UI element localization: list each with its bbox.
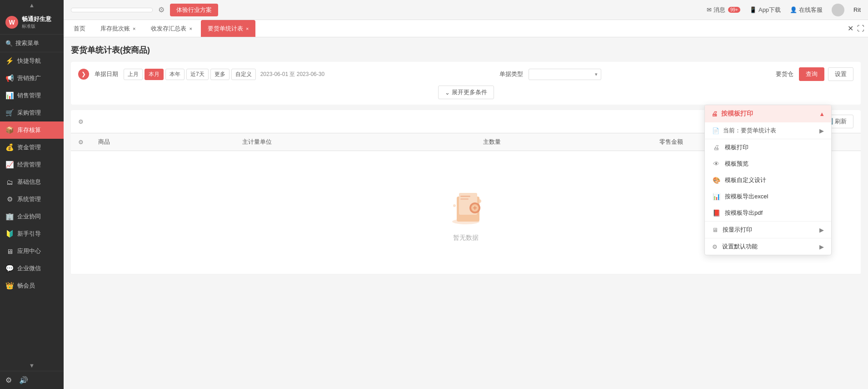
sidebar-bottom: ⚙ 🔊 [0,371,64,389]
app-download-item[interactable]: 📱 App下载 [749,6,781,14]
purchase-icon: 🛒 [5,109,14,117]
pdf-icon: 📕 [712,209,720,217]
tab-close-demand-stats[interactable]: × [246,26,249,31]
audio-icon[interactable]: 🔊 [19,376,28,384]
dropdown-item-design[interactable]: 🎨 模板自定义设计 [705,172,831,188]
date-range: 2023-06-01 至 2023-06-30 [260,71,324,78]
date-btn-this-month[interactable]: 本月 [145,69,164,80]
sidebar-item-basic[interactable]: 🗂 基础信息 [0,173,64,191]
sidebar: ▲ W 畅通好生意 标准版 🔍 搜索菜单 ⚡ 快捷导航 📢 营销推广 📊 销售管… [0,0,64,389]
filter-row-date: ❯ 单据日期 上月 本月 本年 近7天 更多 自定义 2023-06-01 至 … [78,67,853,81]
sidebar-item-newbie[interactable]: 🔰 新手引导 [0,225,64,242]
svg-point-9 [478,199,481,203]
newbie-icon: 🔰 [5,230,14,238]
svg-rect-8 [460,198,469,200]
chevron-right-default: ▶ [819,243,824,250]
sidebar-item-wechat[interactable]: 💬 企业微信 [0,260,64,277]
sidebar-nav: ⚡ 快捷导航 📢 营销推广 📊 销售管理 🛒 采购管理 📦 库存核算 💰 资金管… [0,52,64,360]
chevron-right-icon: ▶ [819,127,824,134]
doc-icon: 📄 [712,127,719,134]
sidebar-item-quick-nav[interactable]: ⚡ 快捷导航 [0,52,64,70]
toolbar-spacer: ⚙ [78,118,84,125]
order-type-select[interactable] [529,69,601,80]
online-service-item[interactable]: 👤 在线客服 [790,6,823,14]
finance-icon: 💰 [5,143,14,152]
dropdown-item-preview[interactable]: 👁 模板预览 [705,156,831,172]
header-search-bar[interactable] [71,8,153,12]
user-name: Rit [853,6,861,13]
message-item[interactable]: ✉ 消息 99+ [707,6,740,14]
order-type-label: 单据类型 [499,70,523,78]
tab-close-inventory-batch[interactable]: × [133,26,135,31]
tab-home[interactable]: 首页 [67,22,92,35]
sidebar-scroll-up[interactable]: ▲ [0,0,64,10]
inventory-icon: 📦 [5,126,14,134]
filter-card: ❯ 单据日期 上月 本月 本年 近7天 更多 自定义 2023-06-01 至 … [71,62,861,105]
dropdown-header[interactable]: 🖨 按模板打印 ▲ [705,105,831,122]
sidebar-item-member[interactable]: 👑 畅会员 [0,277,64,294]
excel-icon: 📊 [712,193,720,200]
chevron-up-icon: ▲ [819,111,825,117]
sidebar-item-system[interactable]: ⚙ 系统管理 [0,191,64,208]
tab-collect-summary[interactable]: 收发存汇总表 × [144,20,199,37]
demand-label: 要货仓 [776,70,793,78]
maximize-button[interactable]: ⛶ [857,25,864,33]
date-btn-more[interactable]: 更多 [210,69,229,80]
svg-rect-7 [460,196,470,197]
sidebar-scroll-down[interactable]: ▼ [0,360,64,371]
sidebar-item-purchase[interactable]: 🛒 采购管理 [0,104,64,121]
sidebar-search[interactable]: 🔍 搜索菜单 [0,35,64,52]
search-icon: 🔍 [5,40,13,47]
settings-icon[interactable]: ⚙ [5,376,12,384]
date-btn-last-month[interactable]: 上月 [124,69,143,80]
expand-icon: ⌄ [445,89,450,96]
query-button[interactable]: 查询 [799,67,824,81]
service-icon: 👤 [790,6,797,13]
system-icon: ⚙ [5,195,14,203]
empty-illustration [443,183,489,228]
header-gear-icon[interactable]: ⚙ [158,5,165,14]
dropdown-section-display-print[interactable]: 🖥 按显示打印 ▶ [705,221,831,238]
sidebar-item-finance[interactable]: 💰 资金管理 [0,139,64,156]
order-type-select-wrapper [529,69,601,80]
wechat-icon: 💬 [5,264,14,273]
tab-close-collect-summary[interactable]: × [189,26,192,31]
tab-demand-stats[interactable]: 要货单统计表 × [201,20,255,37]
sidebar-item-inventory[interactable]: 📦 库存核算 [0,121,64,139]
expand-more-btn[interactable]: ⌄ 展开更多条件 [438,86,494,99]
sidebar-item-enterprise[interactable]: 🏢 企业协同 [0,208,64,225]
content: 要货单统计表(按商品) ❯ 单据日期 上月 本月 本年 近7天 更多 自定义 2… [64,37,868,389]
sidebar-item-marketing[interactable]: 📢 营销推广 [0,70,64,87]
app-center-icon: 🖥 [5,247,14,255]
sidebar-item-sales[interactable]: 📊 销售管理 [0,87,64,104]
top-header: ⚙ 体验行业方案 ✉ 消息 99+ 📱 App下载 👤 在线客服 Rit [64,0,868,20]
date-btns: 上月 本月 本年 近7天 更多 自定义 2023-06-01 至 2023-06… [124,69,324,80]
avatar[interactable] [832,4,844,16]
empty-text: 暂无数据 [453,234,479,242]
enterprise-icon: 🏢 [5,212,14,221]
tab-inventory-batch[interactable]: 库存批次账 × [94,20,142,37]
print-icon: 🖨 [711,110,718,117]
tabs-right: ✕ ⛶ [848,24,864,33]
dropdown-item-excel[interactable]: 📊 按模板导出excel [705,188,831,205]
preview-icon: 👁 [712,160,720,167]
date-btn-custom[interactable]: 自定义 [231,69,256,80]
sidebar-item-app-center[interactable]: 🖥 应用中心 [0,242,64,260]
dropdown-section-default[interactable]: ⚙ 设置默认功能 ▶ [705,238,831,255]
logo-text: 畅通好生意 标准版 [22,15,51,30]
collapse-arrow[interactable]: ❯ [78,69,89,80]
settings-button[interactable]: 设置 [828,67,853,81]
sidebar-item-operations[interactable]: 📈 经营管理 [0,156,64,173]
close-tab-button[interactable]: ✕ [848,24,853,33]
chevron-right-section: ▶ [819,227,824,233]
col-settings[interactable]: ⚙ [71,133,91,151]
main: ⚙ 体验行业方案 ✉ 消息 99+ 📱 App下载 👤 在线客服 Rit 首页 … [64,0,868,389]
dropdown-item-pdf[interactable]: 📕 按模板导出pdf [705,205,831,221]
col-unit: 主计量单位 [235,133,476,151]
date-btn-7days[interactable]: 近7天 [186,69,209,80]
trial-button[interactable]: 体验行业方案 [170,4,218,16]
date-btn-this-year[interactable]: 本年 [165,69,185,80]
message-icon: ✉ [707,6,712,13]
logo-icon: W [5,16,18,29]
dropdown-item-print[interactable]: 🖨 模板打印 [705,139,831,156]
